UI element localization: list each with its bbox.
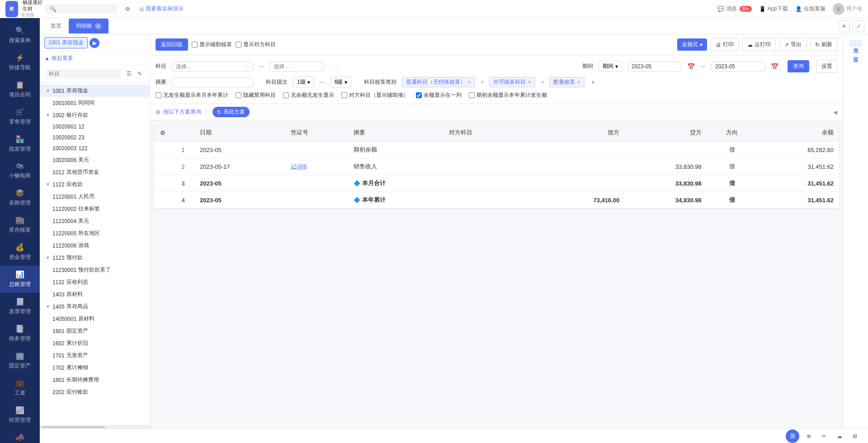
lang-switch-btn[interactable]: 英 xyxy=(786,429,799,443)
period-type-select[interactable]: 期间 ▾ xyxy=(599,61,622,72)
checkbox-hide-disabled[interactable]: 隐藏禁用科目 xyxy=(236,91,276,99)
filter-collapse-btn[interactable]: ◀ xyxy=(833,109,837,115)
tree-item-1702[interactable]: 1702 累计摊销 xyxy=(40,362,150,374)
sidebar-item-cashflow[interactable]: 💰 资金管理 xyxy=(0,238,40,266)
tree-search[interactable] xyxy=(45,69,121,79)
query-btn[interactable]: 查询 xyxy=(788,60,809,72)
demo-link[interactable]: ◎ 我要看实例演示 xyxy=(137,5,184,13)
close-panel-btn[interactable]: ✕ xyxy=(838,20,850,32)
filter-tag-close-2[interactable]: ✕ xyxy=(528,80,531,85)
amount-format-btn[interactable]: 金额式 ▾ xyxy=(677,38,707,51)
period-start-input[interactable] xyxy=(627,62,682,71)
period-end-input[interactable] xyxy=(711,62,765,71)
tree-list-icon[interactable]: ☰ xyxy=(124,69,133,78)
tree-nav-arrow[interactable]: ▶ xyxy=(90,38,99,48)
tree-item-1403[interactable]: 1403 原材料 xyxy=(40,288,150,300)
settings-gear-btn[interactable]: ⚙ xyxy=(121,3,134,15)
right-query-btn[interactable]: 查询 xyxy=(849,40,862,47)
tree-item-1405[interactable]: ▼ 1405 库存商品 xyxy=(40,300,150,313)
online-service-btn[interactable]: 👤 在线客服 xyxy=(795,5,826,13)
bottom-icon-2[interactable]: ✏ xyxy=(818,430,830,442)
user-avatar[interactable]: U 用户名 xyxy=(833,3,863,15)
sidebar-item-wholesale[interactable]: 🏪 批发管理 xyxy=(0,130,40,157)
tree-search-input[interactable] xyxy=(49,71,117,77)
export-btn[interactable]: ↗ 导出 xyxy=(779,38,807,51)
return-old-btn[interactable]: 返回旧版 xyxy=(156,38,188,51)
sidebar-item-retail[interactable]: 🛒 零售管理 xyxy=(0,103,40,130)
refresh-btn[interactable]: ↻ 刷新 xyxy=(810,38,837,51)
tree-item-11220002[interactable]: 11220002 往来标签 xyxy=(40,203,150,215)
show-aux-checkbox[interactable]: 显示辅助核算 xyxy=(192,41,232,48)
bottom-icon-3[interactable]: ☁ xyxy=(834,430,845,442)
sidebar-item-search[interactable]: 🔍 搜索菜单 xyxy=(0,22,40,49)
checkbox-no-balance[interactable]: 无发生额显示本月本年累计 xyxy=(156,91,228,99)
tree-scrollbar[interactable] xyxy=(40,425,150,429)
summary-input[interactable] xyxy=(172,77,253,87)
bottom-icon-4[interactable]: ⊞ xyxy=(849,430,861,442)
sidebar-item-operations[interactable]: 📈 经营管理 xyxy=(0,401,40,429)
checkbox-opening-ytd[interactable]: 期初余额显示本年累计发生额 xyxy=(469,91,547,99)
tree-edit-icon[interactable]: ✎ xyxy=(135,69,144,78)
tree-item-1701[interactable]: 1701 无形资产 xyxy=(40,349,150,362)
tree-item-11220004[interactable]: 11220004 美元 xyxy=(40,215,150,227)
th-settings[interactable]: ⚙ xyxy=(154,124,172,142)
sidebar-item-ledger[interactable]: 📊 总账管理 xyxy=(0,266,40,293)
cloud-print-btn[interactable]: ☁ 云打印 xyxy=(742,38,776,51)
tree-item-10010001[interactable]: 10010001 同同同 xyxy=(40,97,150,109)
tree-item-10020001[interactable]: 10020001 12 xyxy=(40,121,150,132)
show-contra-checkbox[interactable]: 显示对方科目 xyxy=(236,41,276,48)
sidebar-item-assets[interactable]: 🏢 固定资产 xyxy=(0,347,40,374)
filter-tag-close-1[interactable]: ✕ xyxy=(467,80,471,85)
sidebar-item-project[interactable]: 📋 项目合同 xyxy=(0,76,40,103)
level-end-select[interactable]: 6级 ▾ xyxy=(330,76,352,88)
tree-item-1801[interactable]: 1801 长期待摊费用 xyxy=(40,374,150,386)
tree-item-1602[interactable]: 1602 累计折旧 xyxy=(40,337,150,349)
td-voucher-2[interactable]: 记-006 xyxy=(285,158,349,175)
tab-home[interactable]: 首页 xyxy=(43,19,69,33)
query-config-btn[interactable]: ⚙ 按以下方案查询 xyxy=(156,108,201,116)
sidebar-item-sales[interactable]: 📣 小畅报销 xyxy=(0,429,40,443)
print-btn[interactable]: 🖨 打印 xyxy=(711,38,739,51)
sidebar-item-tax[interactable]: 📑 税务管理 xyxy=(0,320,40,347)
tree-item-1122[interactable]: ▼ 1122 应收款 xyxy=(40,178,150,191)
tree-item-2202[interactable]: 2202 应付账款 xyxy=(40,386,150,398)
tree-item-10020002[interactable]: 10020002 23 xyxy=(40,132,150,143)
tree-item-10020006[interactable]: 10020006 美元 xyxy=(40,154,150,166)
tab-close-btn[interactable]: ✕ xyxy=(95,23,101,29)
subject-input[interactable]: ··· xyxy=(172,62,253,71)
settings-btn[interactable]: 设置 xyxy=(816,60,837,73)
sidebar-item-payroll[interactable]: 💼 工资 xyxy=(0,374,40,401)
checkbox-show-contra[interactable]: 对方科目（显示辅助项） xyxy=(341,91,409,99)
tree-item-11220006[interactable]: 11220006 游戏 xyxy=(40,239,150,252)
expand-more-btn[interactable]: ▲ 收起更多 xyxy=(40,52,150,65)
tree-item-1002[interactable]: ▼ 1002 银行存款 xyxy=(40,109,150,121)
sidebar-item-quicknav[interactable]: ⚡ 快捷导航 xyxy=(0,49,40,76)
tree-item-11220005[interactable]: 11220005 所在地区 xyxy=(40,227,150,239)
tree-item-10020003[interactable]: 10020003 122 xyxy=(40,143,150,154)
system-scheme-btn[interactable]: ↻ 系统方案 xyxy=(212,107,250,117)
right-settings-btn[interactable]: 设置 xyxy=(849,49,862,56)
search-input[interactable] xyxy=(58,6,113,12)
tree-item-14050001[interactable]: 14050001 原材料 xyxy=(40,313,150,325)
tree-current-item[interactable]: 1001 库存现金 xyxy=(44,37,88,48)
tree-item-11230001[interactable]: 11230001 预付款款美了 xyxy=(40,264,150,276)
tree-item-11220001[interactable]: 11220001 人民币 xyxy=(40,191,150,203)
app-download-btn[interactable]: 📱 App下载 xyxy=(759,5,788,13)
tree-item-1123[interactable]: ▼ 1123 预付款 xyxy=(40,252,150,264)
tree-item-1001[interactable]: ▼ 1001 库存现金 xyxy=(40,85,150,97)
level-start-select[interactable]: 1级 ▾ xyxy=(293,76,314,88)
tab-detail[interactable]: 明细账 ✕ xyxy=(69,19,108,33)
tree-scrollbar-thumb[interactable] xyxy=(42,426,105,428)
expand-panel-btn[interactable]: ⤢ xyxy=(853,20,864,32)
subject-input-2[interactable] xyxy=(269,62,324,71)
message-btn[interactable]: 💬 消息 99+ xyxy=(717,5,752,13)
tree-item-1012[interactable]: 1012 其他货币资金 xyxy=(40,166,150,178)
tree-item-1601[interactable]: 1601 固定资产 xyxy=(40,325,150,337)
sidebar-item-invoice[interactable]: 🧾 发票管理 xyxy=(0,293,40,320)
sidebar-item-purchase[interactable]: 📦 采购管理 xyxy=(0,184,40,211)
search-box[interactable]: 🔍 xyxy=(45,4,118,14)
checkbox-balance-one-col[interactable]: 余额显示在一列 xyxy=(416,91,462,99)
checkbox-no-balance-no-occur[interactable]: 无余额无发生显示 xyxy=(283,91,334,99)
sidebar-item-inventory[interactable]: 🏬 库存核算 xyxy=(0,211,40,238)
bottom-icon-1[interactable]: ⊕ xyxy=(803,430,815,442)
